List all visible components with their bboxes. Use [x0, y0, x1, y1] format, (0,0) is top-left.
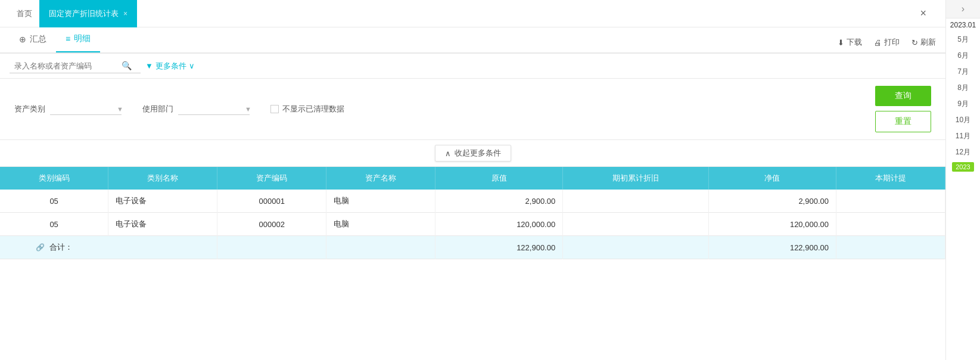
col-cat-name: 类别名称 [108, 167, 217, 190]
collapse-bar: ∧ 收起更多条件 [0, 140, 945, 167]
summary-icon-cell: 🔗 合计： [0, 236, 217, 259]
print-label: 打印 [884, 37, 900, 48]
month-8[interactable]: 8月 [946, 80, 980, 96]
home-nav[interactable]: 首页 [10, 8, 39, 19]
summary-original-value: 122,900.00 [435, 236, 563, 259]
summary-accu-depreciation [563, 236, 709, 259]
department-label: 使用部门 [142, 104, 173, 114]
top-nav: 首页 固定资产折旧统计表 × × [0, 0, 945, 27]
summary-tab-label: 汇总 [30, 34, 46, 45]
reset-button[interactable]: 重置 [875, 111, 931, 132]
asset-type-label: 资产类别 [14, 104, 45, 114]
refresh-label: 刷新 [920, 37, 936, 48]
close-window-icon[interactable]: × [910, 7, 936, 20]
table-header-row: 类别编码 类别名称 资产编码 资产名称 原值 期初累计折旧 净值 本期计提 [0, 167, 945, 190]
summary-net-value: 122,900.00 [708, 236, 836, 259]
cell-current-period [836, 190, 945, 213]
month-5[interactable]: 5月 [946, 32, 980, 48]
summary-row: 🔗 合计： 122,900.00 122,900.00 [0, 236, 945, 259]
more-conditions-button[interactable]: ▼ 更多条件 ∨ [145, 61, 195, 72]
download-icon: ⬇ [838, 38, 844, 47]
more-conditions-label: 更多条件 [155, 61, 186, 72]
filter-actions: 查询 重置 [875, 86, 931, 132]
download-button[interactable]: ⬇ 下载 [838, 37, 862, 48]
year-label[interactable]: 2023.01 [950, 18, 976, 32]
search-wrap: 🔍 [10, 58, 141, 73]
collapse-button[interactable]: ∧ 收起更多条件 [435, 145, 511, 162]
download-label: 下载 [847, 37, 862, 48]
refresh-button[interactable]: ↻ 刷新 [911, 37, 936, 48]
filter-row: 资产类别 ▼ 使用部门 ▼ 不显示已清理数据 查询 重置 [14, 86, 931, 132]
col-accu-depreciation: 期初累计折旧 [563, 167, 709, 190]
no-cleared-group: 不显示已清理数据 [270, 104, 344, 114]
cell-current-period [836, 213, 945, 236]
right-panel: › 2023.01 5月 6月 7月 8月 9月 10月 11月 12月 202… [945, 0, 980, 360]
chevron-down-icon: ∨ [189, 61, 195, 70]
cell-net-value: 120,000.00 [708, 213, 836, 236]
col-current-period: 本期计提 [836, 167, 945, 190]
col-asset-name: 资产名称 [326, 167, 435, 190]
active-tab-label: 固定资产折旧统计表 [49, 8, 119, 19]
detail-tab-label: 明细 [74, 33, 91, 44]
no-cleared-label: 不显示已清理数据 [282, 104, 344, 114]
asset-type-group: 资产类别 ▼ [14, 103, 123, 115]
month-10[interactable]: 10月 [946, 112, 980, 128]
cell-cat-name: 电子设备 [108, 213, 217, 236]
table-row: 05 电子设备 000002 电脑 120,000.00 120,000.00 [0, 213, 945, 236]
summary-tab-icon: ⊕ [19, 35, 26, 44]
cell-original-value: 120,000.00 [435, 213, 563, 236]
search-input[interactable] [14, 61, 122, 70]
month-12[interactable]: 12月 [946, 144, 980, 160]
table-container: 类别编码 类别名称 资产编码 资产名称 原值 期初累计折旧 净值 本期计提 05… [0, 167, 945, 360]
close-tab-icon[interactable]: × [123, 10, 127, 18]
col-original-value: 原值 [435, 167, 563, 190]
tab-detail[interactable]: ≡ 明细 [56, 26, 100, 52]
cell-asset-code: 000001 [217, 190, 326, 213]
toolbar-right: ⬇ 下载 🖨 打印 ↻ 刷新 [838, 37, 936, 52]
month-7[interactable]: 7月 [946, 64, 980, 80]
summary-empty-2 [326, 236, 435, 259]
right-panel-expand-arrow[interactable]: › [946, 0, 980, 18]
summary-label: 合计： [49, 243, 73, 252]
active-tab[interactable]: 固定资产折旧统计表 × [39, 0, 137, 27]
table-row: 05 电子设备 000001 电脑 2,900.00 2,900.00 [0, 190, 945, 213]
cell-accu-depreciation [563, 213, 709, 236]
department-select[interactable] [178, 103, 250, 115]
cell-accu-depreciation [563, 190, 709, 213]
advanced-filter: 资产类别 ▼ 使用部门 ▼ 不显示已清理数据 查询 重置 [0, 79, 945, 140]
summary-empty-1 [217, 236, 326, 259]
cell-asset-name: 电脑 [326, 213, 435, 236]
cell-cat-code: 05 [0, 190, 108, 213]
collapse-label: 收起更多条件 [455, 148, 501, 159]
search-icon[interactable]: 🔍 [122, 61, 132, 70]
cell-asset-code: 000002 [217, 213, 326, 236]
col-asset-code: 资产编码 [217, 167, 326, 190]
cell-net-value: 2,900.00 [708, 190, 836, 213]
summary-current-period [836, 236, 945, 259]
month-9[interactable]: 9月 [946, 96, 980, 112]
cell-cat-code: 05 [0, 213, 108, 236]
cell-original-value: 2,900.00 [435, 190, 563, 213]
filter-icon: ▼ [145, 61, 153, 70]
no-cleared-checkbox[interactable] [270, 105, 279, 113]
summary-icon: 🔗 [36, 243, 45, 252]
chevron-up-icon: ∧ [445, 149, 451, 158]
month-6[interactable]: 6月 [946, 48, 980, 64]
col-cat-code: 类别编码 [0, 167, 108, 190]
year-badge[interactable]: 2023 [952, 162, 973, 172]
tab-summary[interactable]: ⊕ 汇总 [10, 26, 56, 52]
month-11[interactable]: 11月 [946, 128, 980, 144]
refresh-icon: ↻ [911, 38, 918, 47]
print-button[interactable]: 🖨 打印 [874, 37, 900, 48]
print-icon: 🖨 [874, 38, 882, 47]
query-button[interactable]: 查询 [875, 86, 931, 106]
asset-type-select[interactable] [50, 103, 122, 115]
department-group: 使用部门 ▼ [142, 103, 251, 115]
tab-bar: ⊕ 汇总 ≡ 明细 ⬇ 下载 🖨 打印 ↻ 刷新 [0, 27, 945, 54]
cell-cat-name: 电子设备 [108, 190, 217, 213]
detail-tab-icon: ≡ [66, 34, 70, 44]
data-table: 类别编码 类别名称 资产编码 资产名称 原值 期初累计折旧 净值 本期计提 05… [0, 167, 945, 259]
cell-asset-name: 电脑 [326, 190, 435, 213]
filter-bar: 🔍 ▼ 更多条件 ∨ [0, 54, 945, 79]
col-net-value: 净值 [708, 167, 836, 190]
